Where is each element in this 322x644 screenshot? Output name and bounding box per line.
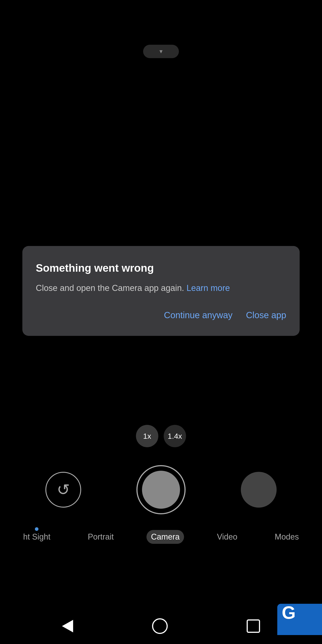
home-icon [152,618,168,634]
recents-button[interactable] [247,620,260,633]
app-icon-overlay: G [277,604,322,635]
flip-camera-button[interactable]: ↺ [46,472,81,508]
home-button[interactable] [152,618,168,634]
gallery-button[interactable] [241,472,276,508]
mode-modes[interactable]: Modes [270,530,303,544]
mode-video[interactable]: Video [212,530,242,544]
navigation-bar [0,608,322,644]
learn-more-link[interactable]: Learn more [186,283,230,293]
dropdown-handle[interactable]: ▾ [143,45,179,58]
zoom-1x-button[interactable]: 1x [136,425,158,447]
mode-active-dot [35,527,38,531]
close-app-button[interactable]: Close app [246,308,286,322]
recents-icon [247,620,260,633]
flip-camera-icon: ↺ [57,480,70,499]
zoom-controls: 1x 1.4x [136,425,186,447]
zoom-1-4x-button[interactable]: 1.4x [164,425,186,447]
mode-camera[interactable]: Camera [146,530,184,544]
dialog-title: Something went wrong [36,262,286,274]
mode-night-sight[interactable]: ht Sight [18,530,55,544]
app-icon-letter: G [277,600,300,625]
back-button[interactable] [62,620,73,632]
mode-selector: ht Sight Portrait Camera Video Modes [0,530,322,544]
camera-controls: ↺ [0,465,322,514]
error-dialog: Something went wrong Close and open the … [22,246,300,336]
dialog-message: Close and open the Camera app again. Lea… [36,282,286,294]
mode-portrait[interactable]: Portrait [83,530,118,544]
back-icon [62,620,73,632]
dialog-actions: Continue anyway Close app [36,308,286,322]
continue-anyway-button[interactable]: Continue anyway [164,308,232,322]
shutter-button[interactable] [136,465,186,514]
shutter-inner [142,471,180,509]
chevron-down-icon: ▾ [160,48,162,54]
